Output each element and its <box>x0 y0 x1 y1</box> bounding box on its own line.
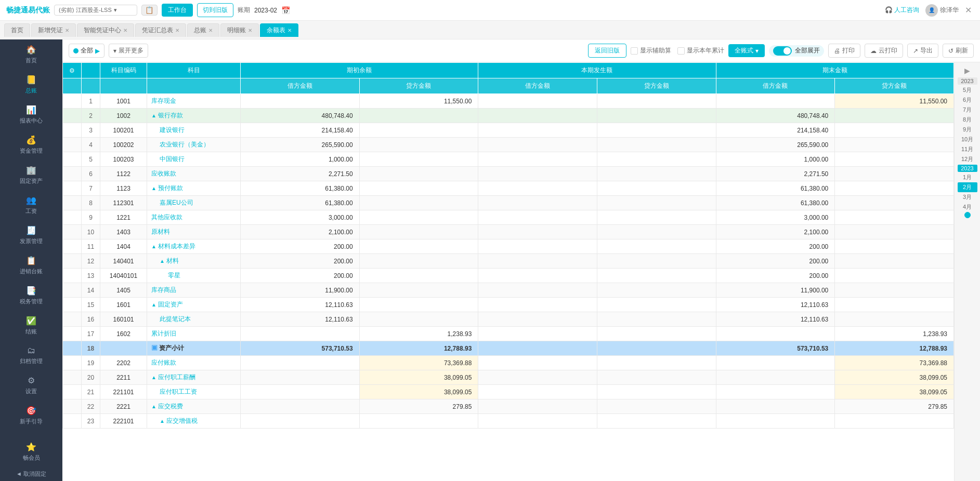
year-2023-active[interactable]: 2023 <box>958 165 977 172</box>
tab-smart-voucher[interactable]: 智能凭证中心 ✕ <box>77 23 134 37</box>
month-9[interactable]: 9月 <box>958 125 977 135</box>
user-menu[interactable]: 👤 徐泽华 <box>925 4 959 17</box>
row-name[interactable]: 此提笔记本 <box>147 312 241 327</box>
account-name-link[interactable]: 其他应收款 <box>151 213 182 221</box>
tab-ledger-close[interactable]: ✕ <box>208 28 213 33</box>
row-name[interactable]: 中国银行 <box>147 152 241 167</box>
month-3[interactable]: 3月 <box>958 192 977 202</box>
tab-voucher-summary[interactable]: 凭证汇总表 ✕ <box>135 23 186 37</box>
account-name-link[interactable]: 应付职工薪酬 <box>158 373 195 381</box>
row-name[interactable]: ▲ 固定资产 <box>147 298 241 312</box>
sidebar-item-guide[interactable]: 🎯 新手引导 <box>0 400 62 431</box>
export-button[interactable]: ↗ 导出 <box>907 44 938 58</box>
sidebar-item-assets[interactable]: 🏢 固定资产 <box>0 160 62 190</box>
workbench-button[interactable]: 工作台 <box>162 4 193 17</box>
switch-version-button[interactable]: 切到旧版 <box>197 3 233 17</box>
sidebar-item-invoice[interactable]: 🧾 发票管理 <box>0 220 62 250</box>
account-name-link[interactable]: 库存商品 <box>151 286 176 293</box>
account-name-link[interactable]: 零星 <box>168 272 180 279</box>
print-button[interactable]: 🖨 打印 <box>828 44 860 58</box>
account-name-link[interactable]: 中国银行 <box>160 155 185 163</box>
tab-ledger[interactable]: 总账 ✕ <box>187 23 219 37</box>
month-11[interactable]: 11月 <box>958 144 977 154</box>
row-name[interactable]: ▲ 应交税费 <box>147 399 241 414</box>
account-name-link[interactable]: 嘉属EU公司 <box>160 199 193 206</box>
month-2-active[interactable]: 2月 <box>958 182 977 192</box>
tab-new-voucher[interactable]: 新增凭证 ✕ <box>31 23 76 37</box>
full-mode-button[interactable]: 全账式 ▾ <box>728 44 765 57</box>
month-4[interactable]: 4月 <box>958 202 977 212</box>
account-name-link[interactable]: 应交增值税 <box>166 417 198 424</box>
expand-panel-button[interactable]: ▶ <box>962 64 972 77</box>
row-name[interactable]: ▲ 应交增值税 <box>147 414 241 429</box>
tab-balance[interactable]: 余额表 ✕ <box>260 23 298 37</box>
row-name[interactable]: 嘉属EU公司 <box>147 196 241 210</box>
account-name-link[interactable]: 建设银行 <box>160 126 185 133</box>
account-name-link[interactable]: 材料成本差异 <box>158 243 195 250</box>
row-name[interactable]: 应付职工工资 <box>147 385 241 399</box>
sidebar-item-archive[interactable]: 🗂 归档管理 <box>0 341 62 370</box>
row-name[interactable]: 累计折旧 <box>147 327 241 341</box>
tab-home[interactable]: 首页 <box>4 23 30 37</box>
sidebar-item-purchase[interactable]: 📋 进销台账 <box>0 250 62 280</box>
row-name[interactable]: ▲ 预付账款 <box>147 181 241 196</box>
expand-all-toggle[interactable]: 全部展开 <box>769 45 824 57</box>
timeline-dot-active[interactable] <box>964 212 971 218</box>
row-name[interactable]: ▲ 材料 <box>147 254 241 269</box>
row-name[interactable]: 库存现金 <box>147 94 241 109</box>
account-name-link[interactable]: 此提笔记本 <box>160 315 191 323</box>
refresh-button[interactable]: ↺ 刷新 <box>943 44 974 58</box>
month-5[interactable]: 5月 <box>958 85 977 95</box>
tab-voucher-summary-close[interactable]: ✕ <box>175 28 179 33</box>
tab-balance-close[interactable]: ✕ <box>288 28 292 33</box>
month-10[interactable]: 10月 <box>958 135 977 144</box>
sidebar-item-report[interactable]: 📊 报表中心 <box>0 100 62 130</box>
company-selector[interactable]: (劣前) 江西股圣-LSS ▾ <box>54 5 137 16</box>
account-name-link[interactable]: 应付账款 <box>151 359 176 366</box>
sidebar-pin-toggle[interactable]: ◄ 取消固定 <box>0 467 62 481</box>
row-name[interactable]: 应付账款 <box>147 356 241 370</box>
sidebar-item-settle[interactable]: ✅ 结账 <box>0 311 62 341</box>
row-name[interactable]: ▣ 资产小计 <box>147 341 241 356</box>
row-name[interactable]: 建设银行 <box>147 123 241 138</box>
expand-button[interactable]: ▾ 展开更多 <box>109 44 148 58</box>
sidebar-item-member[interactable]: ⭐ 畅会员 <box>0 437 62 467</box>
row-name[interactable]: 原材料 <box>147 225 241 239</box>
toggle-switch[interactable] <box>773 46 792 56</box>
account-name-link[interactable]: 应收账款 <box>151 170 176 177</box>
month-12[interactable]: 12月 <box>958 154 977 164</box>
tab-smart-voucher-close[interactable]: ✕ <box>123 28 127 33</box>
show-aux-checkbox[interactable]: 显示辅助算 <box>631 46 671 55</box>
copy-button[interactable]: 📋 <box>141 5 158 16</box>
account-name-link[interactable]: 材料 <box>166 257 179 264</box>
account-name-link[interactable]: 应付职工工资 <box>160 388 197 395</box>
account-name-link[interactable]: 库存现金 <box>151 97 176 104</box>
account-name-link[interactable]: 原材料 <box>151 228 170 235</box>
row-name[interactable]: ▲ 银行存款 <box>147 109 241 123</box>
row-name[interactable]: ▲ 应付职工薪酬 <box>147 370 241 385</box>
row-name[interactable]: 应收账款 <box>147 167 241 181</box>
year-2023-first[interactable]: 2023 <box>958 77 977 85</box>
row-name[interactable]: 零星 <box>147 269 241 283</box>
tab-detail-close[interactable]: ✕ <box>248 28 252 33</box>
sidebar-item-ledger[interactable]: 📒 总账 <box>0 70 62 100</box>
close-window-icon[interactable]: ✕ <box>963 5 974 15</box>
sidebar-item-payroll[interactable]: 👥 工资 <box>0 190 62 220</box>
account-name-link[interactable]: 农业银行（美金） <box>160 141 210 148</box>
tab-detail[interactable]: 明细账 ✕ <box>220 23 259 37</box>
month-6[interactable]: 6月 <box>958 95 977 105</box>
account-name-link[interactable]: 固定资产 <box>158 301 183 308</box>
sidebar-item-home[interactable]: 🏠 首页 <box>0 39 62 70</box>
month-1[interactable]: 1月 <box>958 172 977 182</box>
account-name-link[interactable]: 预付账款 <box>158 184 183 192</box>
row-name[interactable]: 农业银行（美金） <box>147 138 241 152</box>
show-ytd-checkbox[interactable]: 显示本年累计 <box>677 46 724 55</box>
calendar-icon[interactable]: 📅 <box>281 6 290 15</box>
month-7[interactable]: 7月 <box>958 105 977 115</box>
sidebar-item-settings[interactable]: ⚙ 设置 <box>0 370 62 400</box>
row-name[interactable]: 库存商品 <box>147 283 241 298</box>
cloud-print-button[interactable]: ☁ 云打印 <box>865 44 903 58</box>
sidebar-item-capital[interactable]: 💰 资金管理 <box>0 130 62 160</box>
row-name[interactable]: ▲ 材料成本差异 <box>147 239 241 254</box>
return-old-version-button[interactable]: 返回旧版 <box>588 44 626 58</box>
